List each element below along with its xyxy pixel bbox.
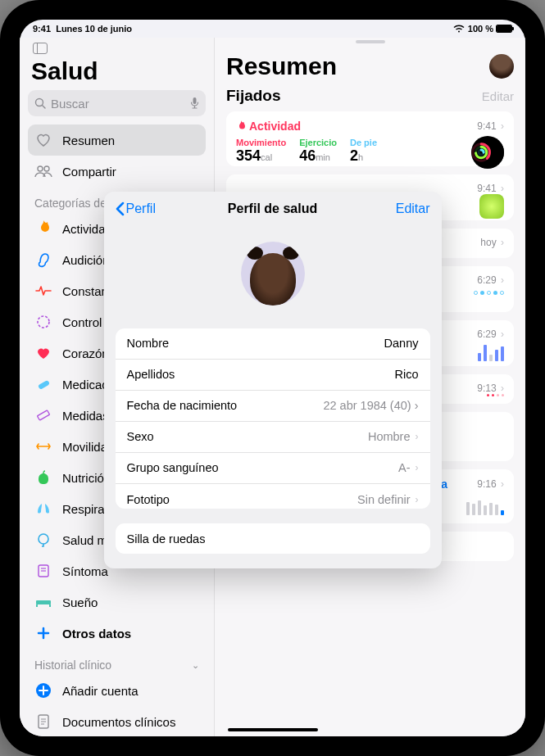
- battery-indicator: 100 %: [468, 24, 512, 34]
- battery-pct: 100 %: [468, 24, 493, 34]
- screen: 9:41 Lunes 10 de junio 100 % Salud: [20, 20, 525, 736]
- ipad-frame: 9:41 Lunes 10 de junio 100 % Salud: [0, 0, 545, 756]
- chevron-right-icon: ›: [416, 494, 419, 505]
- chevron-right-icon: ›: [415, 399, 419, 412]
- back-button[interactable]: Perfil: [116, 201, 156, 216]
- chevron-left-icon: [116, 201, 125, 216]
- profile-row-blood[interactable]: Grupo sanguíneo A-›: [116, 453, 430, 484]
- profile-row-name[interactable]: Nombre Danny: [116, 328, 430, 360]
- profile-row-skin[interactable]: Fototipo Sin definir›: [116, 484, 430, 509]
- edit-button[interactable]: Editar: [396, 201, 430, 216]
- chevron-right-icon: ›: [416, 462, 419, 473]
- chevron-right-icon: ›: [416, 431, 419, 442]
- profile-details-group: Nombre Danny Apellidos Rico Fecha de nac…: [116, 328, 430, 509]
- home-indicator[interactable]: [228, 728, 318, 731]
- status-date: Lunes 10 de junio: [56, 24, 132, 34]
- status-left: 9:41 Lunes 10 de junio: [33, 24, 132, 34]
- profile-extra-group: Silla de ruedas: [116, 523, 430, 554]
- profile-row-dob[interactable]: Fecha de nacimiento 22 abr 1984 (40)›: [116, 391, 430, 422]
- status-right: 100 %: [453, 24, 512, 34]
- modal-backdrop: Perfil Perfil de salud Editar Nombre: [20, 38, 525, 736]
- health-profile-modal: Perfil Perfil de salud Editar Nombre: [104, 192, 442, 568]
- modal-nav: Perfil Perfil de salud Editar: [104, 192, 442, 227]
- status-bar: 9:41 Lunes 10 de junio 100 %: [20, 20, 525, 38]
- profile-row-sex[interactable]: Sexo Hombre›: [116, 422, 430, 453]
- profile-row-surname[interactable]: Apellidos Rico: [116, 360, 430, 391]
- status-time: 9:41: [33, 24, 51, 34]
- profile-avatar[interactable]: [241, 242, 305, 306]
- wifi-icon: [453, 25, 465, 33]
- modal-title: Perfil de salud: [228, 201, 317, 216]
- profile-row-wheelchair[interactable]: Silla de ruedas: [116, 523, 430, 554]
